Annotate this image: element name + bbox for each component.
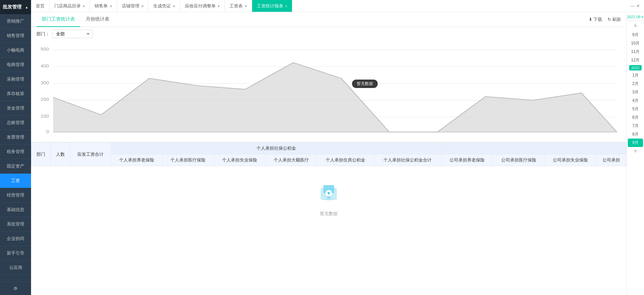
timeline-month-5[interactable]: 5月	[628, 105, 643, 113]
svg-text:200: 200	[41, 97, 49, 102]
tabs-bar: 首页门店商品目录×销售单×店铺管理×生成凭证×应收应付调整单×工资表×工资统计报…	[31, 0, 644, 12]
sidebar-item-系统管理[interactable]: 系统管理	[0, 217, 31, 232]
tab-item-5[interactable]: 应收应付调整单×	[180, 0, 225, 12]
sidebar-item-工资[interactable]: 工资	[0, 174, 31, 188]
timeline-close-icon[interactable]: ✕	[641, 15, 644, 19]
sidebar-item-经营管理[interactable]: 经营管理	[0, 188, 31, 203]
tab-item-4[interactable]: 生成凭证×	[149, 0, 180, 12]
timeline-month-6[interactable]: 6月	[628, 113, 643, 122]
tabs-container: 首页门店商品目录×销售单×店铺管理×生成凭证×应收应付调整单×工资表×工资统计报…	[31, 0, 626, 12]
tab-close-6[interactable]: ×	[245, 4, 247, 8]
col-company-medical: 公司承担医疗保险	[493, 154, 545, 166]
sidebar-item-销售管理[interactable]: 销售管理	[0, 29, 31, 43]
refresh-btn[interactable]: ↻ 刷新	[608, 17, 621, 23]
timeline-body: 9月 10月 11月 12月 2022 1月 2月 3月 4月 5月 6月 7月…	[628, 29, 643, 147]
col-company-pension: 公司承担养老保险	[441, 154, 493, 166]
page-content: 部门工资统计表月份统计表 ⬇ 下载 ↻ 刷新 部门：	[31, 12, 626, 295]
timeline-nav-up[interactable]: ▲	[632, 21, 640, 29]
col-personal-insurance-group: 个人承担社保公积金	[111, 143, 441, 154]
col-personal-total: 个人承担社保公积金合计	[374, 154, 441, 166]
sidebar-item-企业协同[interactable]: 企业协同	[0, 232, 31, 246]
settings-icon: ⚙	[14, 286, 18, 291]
col-company-insurance-group	[441, 143, 626, 154]
tab-close-2[interactable]: ×	[110, 4, 112, 8]
timeline-month-1[interactable]: 1月	[628, 71, 643, 80]
sidebar-header[interactable]: 批发管理 ▲	[0, 0, 31, 14]
sidebar-item-资金管理[interactable]: 资金管理	[0, 101, 31, 116]
minimize-icon[interactable]: —	[630, 3, 635, 8]
sidebar-item-云应用[interactable]: 云应用	[0, 261, 31, 275]
col-personal-medical: 个人承担医疗保险	[162, 154, 214, 166]
timeline-month-9[interactable]: 9月	[628, 139, 643, 147]
sidebar-item-库存核算[interactable]: 库存核算	[0, 87, 31, 101]
sidebar-item-基础信息[interactable]: 基础信息	[0, 203, 31, 217]
svg-text:500: 500	[41, 47, 49, 52]
timeline-month-4[interactable]: 4月	[628, 96, 643, 105]
timeline-month-3[interactable]: 3月	[628, 88, 643, 96]
tab-item-7[interactable]: 工资统计报表×	[252, 0, 292, 12]
sidebar-item-电商管理[interactable]: 电商管理	[0, 58, 31, 72]
sidebar-item-小畅电商[interactable]: 小畅电商	[0, 43, 31, 58]
data-table: 部门 人数 应发工资合计 个人承担社保公积金 个人承担养老保险 个人承担医疗保险…	[31, 142, 626, 166]
download-icon: ⬇	[589, 17, 592, 22]
sidebar-item-税务管理[interactable]: 税务管理	[0, 145, 31, 159]
window-controls[interactable]: — ✕	[626, 3, 644, 8]
timeline-month-11-2022[interactable]: 11月	[628, 48, 643, 56]
tab-item-3[interactable]: 店铺管理×	[117, 0, 149, 12]
sidebar-item-总账管理[interactable]: 总账管理	[0, 116, 31, 130]
tab-close-5[interactable]: ×	[218, 4, 220, 8]
tab-item-1[interactable]: 门店商品目录×	[50, 0, 90, 12]
tab-label-6: 工资表	[230, 3, 243, 9]
timeline-month-12-2022[interactable]: 12月	[628, 56, 643, 64]
svg-rect-16	[328, 192, 330, 194]
table-header-row-2: 个人承担养老保险 个人承担医疗保险 个人承担失业保险 个人承担大额医疗 个人承担…	[31, 154, 626, 166]
svg-marker-12	[53, 63, 617, 132]
timeline-month-2[interactable]: 2月	[628, 80, 643, 88]
sidebar-item-发票管理[interactable]: 发票管理	[0, 130, 31, 145]
timeline-month-10-2022[interactable]: 10月	[628, 39, 643, 48]
sidebar-footer[interactable]: ⚙	[0, 282, 31, 295]
sidebar-items: 营销推广销售管理小畅电商电商管理采购管理库存核算资金管理总账管理发票管理税务管理…	[0, 14, 31, 275]
table-wrapper[interactable]: 部门 人数 应发工资合计 个人承担社保公积金 个人承担养老保险 个人承担医疗保险…	[31, 142, 626, 295]
sidebar-item-营销推广[interactable]: 营销推广	[0, 14, 31, 29]
tab-label-3: 店铺管理	[122, 3, 139, 9]
timeline-month-8[interactable]: 8月	[628, 130, 643, 139]
sub-tabs: 部门工资统计表月份统计表 ⬇ 下载 ↻ 刷新	[31, 12, 626, 27]
tab-close-7[interactable]: ×	[285, 4, 287, 8]
table-head: 部门 人数 应发工资合计 个人承担社保公积金 个人承担养老保险 个人承担医疗保险…	[31, 143, 626, 166]
timeline-month-9-2022[interactable]: 9月	[628, 31, 643, 39]
tab-label-0: 首页	[36, 3, 45, 9]
col-total-wage: 应发工资合计	[70, 143, 111, 166]
tab-close-3[interactable]: ×	[141, 4, 143, 8]
col-personal-housing: 个人承担住房公积金	[317, 154, 374, 166]
timeline-nav-down[interactable]: ▼	[632, 147, 640, 156]
col-company-unemployment: 公司承担失业保险	[545, 154, 596, 166]
sidebar-item-固定资产[interactable]: 固定资产	[0, 159, 31, 174]
chart-inner: 500 400 300 200 100 0	[36, 46, 621, 134]
timeline-month-7[interactable]: 7月	[628, 122, 643, 130]
col-personal-big-medical: 个人承担大额医疗	[265, 154, 317, 166]
timeline-panel: 2022.09 ✕ ▲ 9月 10月 11月 12月 2022 1月 2月 3月…	[626, 12, 644, 295]
tab-item-0[interactable]: 首页	[31, 0, 50, 12]
svg-text:100: 100	[41, 114, 49, 119]
dept-select[interactable]: 全部 销售部 财务部 采购部	[52, 30, 93, 38]
tab-close-1[interactable]: ×	[83, 4, 85, 8]
tab-label-7: 工资统计报表	[257, 3, 283, 9]
tab-label-1: 门店商品目录	[54, 3, 81, 9]
tab-label-2: 销售单	[95, 3, 108, 9]
sidebar-item-新手引导[interactable]: 新手引导	[0, 246, 31, 261]
sidebar-item-采购管理[interactable]: 采购管理	[0, 72, 31, 87]
tab-item-6[interactable]: 工资表×	[225, 0, 252, 12]
sub-tab-1[interactable]: 月份统计表	[80, 12, 115, 27]
col-personal-pension: 个人承担养老保险	[111, 154, 162, 166]
download-btn[interactable]: ⬇ 下载	[589, 17, 602, 23]
timeline-header[interactable]: 2022.09 ✕	[627, 13, 644, 21]
tab-item-2[interactable]: 销售单×	[90, 0, 117, 12]
close-icon[interactable]: ✕	[636, 3, 640, 8]
sub-tab-0[interactable]: 部门工资统计表	[36, 12, 80, 27]
tab-close-4[interactable]: ×	[173, 4, 175, 8]
col-dept: 部门	[31, 143, 51, 166]
chart-tooltip: 暂无数据	[352, 80, 378, 88]
col-company-other: 公司承担	[596, 154, 626, 166]
tab-label-5: 应收应付调整单	[185, 3, 216, 9]
